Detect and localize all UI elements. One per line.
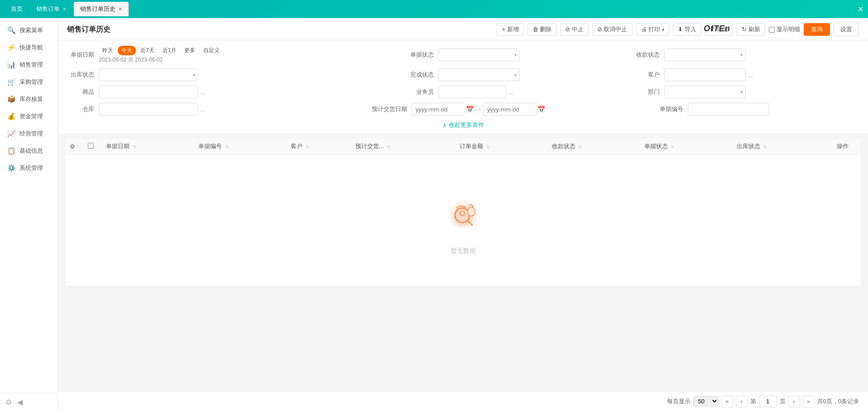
bill-status-select[interactable]: [438, 48, 520, 61]
window-close-icon[interactable]: ✕: [858, 5, 863, 14]
complete-status-select[interactable]: [438, 68, 520, 81]
sidebar-item-operations[interactable]: 📈 经营管理: [0, 125, 58, 142]
sidebar-item-basic[interactable]: 📋 基础信息: [0, 142, 58, 160]
th-amount[interactable]: 订单金额 ⇅: [455, 139, 547, 155]
table-header-row: ⚙ 单据日期 ⇅ 单据编号 ⇅: [65, 139, 861, 155]
filter-col-warehouse: 仓库 ...: [67, 103, 372, 116]
chip-yesterday[interactable]: 昨天: [99, 46, 117, 55]
th-settings[interactable]: ⚙: [65, 139, 83, 155]
sidebar-item-inventory[interactable]: 📦 库存核算: [0, 91, 58, 108]
per-page-select-wrapper: 50 100: [693, 396, 719, 406]
tab-sales-order-close[interactable]: ✕: [62, 6, 67, 12]
per-page-select[interactable]: 50 100: [693, 396, 719, 406]
goods-input[interactable]: [99, 86, 198, 98]
bill-status-label: 单据状态: [407, 51, 438, 59]
date-from-calendar-icon[interactable]: 📅: [466, 106, 474, 113]
th-delivery[interactable]: 预计交货... ⇅: [351, 139, 455, 155]
date-to-calendar-icon[interactable]: 📅: [537, 106, 545, 113]
out-status-select-wrapper: ▾: [99, 68, 198, 81]
filter-row-3: 商品 ... 业务员 ... 部门 ▾: [67, 86, 859, 98]
date-chips: 昨天 今天 近7天 近1月 更多 自定义: [99, 46, 223, 55]
collapse-row[interactable]: ∧ 收起更多条件: [67, 120, 859, 132]
th-amount-label: 订单金额: [460, 143, 483, 150]
th-amount-sort-icon: ⇅: [486, 144, 489, 149]
chip-more[interactable]: 更多: [181, 46, 199, 55]
prev-page-btn[interactable]: ‹: [736, 396, 748, 407]
refresh-button[interactable]: ↻ 刷新: [737, 23, 765, 36]
collapse-icon: ∧: [442, 122, 447, 129]
bill-no-input[interactable]: [688, 103, 769, 116]
display-detail-input[interactable]: [769, 27, 775, 33]
cancel-stop-button[interactable]: ⊘ 取消中止: [592, 23, 633, 36]
sidebar-item-search[interactable]: 🔍 搜索菜单: [0, 22, 58, 39]
receipt-status-select[interactable]: [664, 48, 746, 61]
page-header: 销售订单历史 + 新增 🗑 删除 ⊘ 中止 ⊘ 取消中止 🖨 打印 ▾: [58, 18, 868, 40]
date-to-input[interactable]: [483, 103, 537, 116]
tab-sales-history[interactable]: 销售订单历史 ✕: [74, 2, 129, 16]
tab-home-label: 首页: [11, 5, 23, 13]
print-button[interactable]: 🖨 打印 ▾: [636, 23, 670, 36]
first-page-btn[interactable]: «: [721, 396, 733, 407]
sidebar-collapse-icon[interactable]: ◀: [17, 398, 23, 406]
th-checkbox[interactable]: [83, 139, 101, 155]
out-status-select[interactable]: [99, 68, 198, 81]
th-receipt-status[interactable]: 收款状态 ⇅: [547, 139, 640, 155]
sidebar-item-search-label: 搜索菜单: [19, 26, 43, 34]
sidebar-item-basic-label: 基础信息: [19, 147, 43, 155]
warehouse-dots-btn[interactable]: ...: [198, 106, 207, 113]
sidebar-settings-icon[interactable]: ⚙: [5, 398, 12, 406]
select-all-checkbox[interactable]: [88, 143, 94, 149]
settings-button[interactable]: 设置: [834, 23, 859, 36]
th-receipt-status-label: 收款状态: [552, 143, 575, 150]
tab-sales-history-close[interactable]: ✕: [118, 6, 122, 12]
query-button[interactable]: 查询: [804, 23, 830, 36]
th-out-status-sort-icon: ⇅: [763, 144, 767, 149]
th-bill-status-sort-icon: ⇅: [671, 144, 674, 149]
sidebar-item-finance[interactable]: 💰 资金管理: [0, 108, 58, 125]
dept-select[interactable]: [664, 86, 746, 98]
warehouse-input[interactable]: [99, 103, 198, 116]
tab-home[interactable]: 首页: [5, 2, 29, 16]
sidebar-item-quicknav[interactable]: ⚡ 快捷导航: [0, 39, 58, 56]
sidebar-item-purchase[interactable]: 🛒 采购管理: [0, 73, 58, 91]
salesman-dots-btn[interactable]: ...: [506, 88, 515, 96]
th-bill-status-label: 单据状态: [644, 143, 668, 150]
sidebar-item-inventory-label: 库存核算: [19, 95, 43, 103]
th-receipt-status-sort-icon: ⇅: [578, 144, 582, 149]
th-out-status[interactable]: 出库状态 ⇅: [732, 139, 825, 155]
salesman-input[interactable]: [438, 86, 506, 98]
page-title: 销售订单历史: [67, 25, 110, 34]
page-total: 共0页，0条记录: [817, 397, 859, 406]
th-billno-label: 单据编号: [198, 143, 222, 150]
import-button[interactable]: ⬇ 导入: [673, 23, 701, 36]
th-delivery-label: 预计交货...: [355, 143, 384, 150]
th-customer[interactable]: 客户 ⇅: [286, 139, 351, 155]
last-page-btn[interactable]: »: [803, 396, 815, 407]
refresh-button-label: ↻ 刷新: [742, 25, 760, 34]
chip-7days[interactable]: 近7天: [137, 46, 158, 55]
tab-sales-order[interactable]: 销售订单 ✕: [30, 2, 73, 16]
sidebar-item-system[interactable]: ⚙️ 系统管理: [0, 160, 58, 177]
goods-dots-btn[interactable]: ...: [198, 88, 207, 96]
data-table: ⚙ 单据日期 ⇅ 单据编号 ⇅: [65, 139, 861, 286]
th-billno[interactable]: 单据编号 ⇅: [194, 139, 286, 155]
new-button[interactable]: + 新增: [497, 23, 523, 36]
next-page-btn[interactable]: ›: [788, 396, 800, 407]
display-detail-checkbox[interactable]: 显示明细: [769, 25, 800, 34]
customer-input[interactable]: [664, 68, 746, 81]
receipt-status-label: 收款状态: [633, 51, 664, 59]
th-bill-status[interactable]: 单据状态 ⇅: [640, 139, 732, 155]
table-settings-icon[interactable]: ⚙: [70, 143, 75, 150]
customer-dots-btn[interactable]: ...: [746, 71, 755, 78]
stop-button[interactable]: ⊘ 中止: [560, 23, 589, 36]
chip-custom[interactable]: 自定义: [200, 46, 223, 55]
date-group: 昨天 今天 近7天 近1月 更多 自定义 2023-06-02 至 2023-0…: [99, 46, 223, 64]
delete-button[interactable]: 🗑 删除: [528, 23, 557, 36]
th-date[interactable]: 单据日期 ⇅: [101, 139, 194, 155]
chip-today[interactable]: 今天: [118, 46, 136, 55]
page-number-input[interactable]: [759, 396, 777, 407]
date-from-input[interactable]: [412, 103, 466, 116]
chip-1month[interactable]: 近1月: [159, 46, 180, 55]
sidebar-item-sales[interactable]: 📊 销售管理: [0, 56, 58, 73]
dept-label: 部门: [633, 88, 664, 96]
